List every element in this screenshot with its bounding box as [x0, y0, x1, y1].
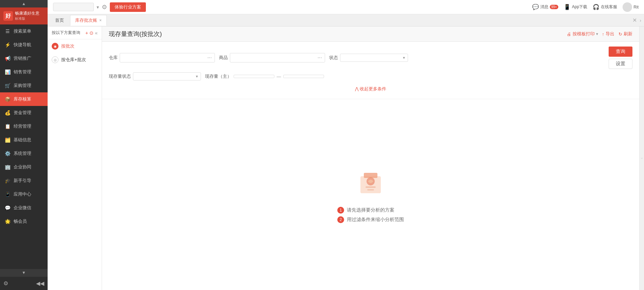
box-icon: 📦 [4, 96, 11, 103]
sidebar-item-enterprise[interactable]: 🏢 企业协同 [0, 160, 48, 174]
topbar-settings-icon[interactable]: ⚙ [102, 3, 107, 11]
topbar-right: 💬 消息 99+ 📱 App下载 🎧 在线客服 Rit [532, 2, 639, 12]
right-panel-toggle[interactable]: › [639, 26, 644, 290]
star-icon: 🌟 [4, 218, 11, 225]
scheme-panel-title: 按以下方案查询 [52, 30, 80, 36]
refresh-icon: ↻ [618, 32, 622, 37]
avatar [623, 2, 632, 12]
sidebar-item-quicknav[interactable]: ⚡ 快捷导航 [0, 38, 48, 52]
finance-label: 资金管理 [14, 110, 31, 116]
main-area: ▾ ⚙ 体验行业方案 💬 消息 99+ 📱 App下载 🎧 在线客服 Rit [48, 0, 644, 290]
user-profile-button[interactable]: Rit [623, 2, 639, 12]
filter-area: 仓库 ··· 商品 ··· 状态 [102, 42, 639, 99]
guide-icon: 🎓 [4, 177, 11, 184]
warehouse-dots-icon[interactable]: ··· [207, 55, 212, 61]
headset-icon: 🎧 [593, 4, 599, 10]
step-num-1: 1 [337, 207, 344, 214]
topbar-input[interactable] [53, 3, 94, 11]
warehouse-label: 仓库 [109, 55, 118, 61]
message-label: 消息 [540, 4, 548, 10]
tab-bar-expand-icon[interactable]: › [640, 18, 641, 23]
settings-footer-icon[interactable]: ⚙ [3, 280, 8, 287]
filter-row-1: 仓库 ··· 商品 ··· 状态 [109, 47, 632, 69]
settings-scheme-icon[interactable]: ⊙ [89, 30, 94, 36]
collapse-sidebar-icon[interactable]: ◀◀ [36, 280, 44, 287]
status-input[interactable]: ▾ [340, 54, 408, 62]
sidebar-item-newguide[interactable]: 🎓 新手引导 [0, 174, 48, 187]
weixin-label: 企业微信 [14, 205, 31, 211]
product-input[interactable]: ··· [230, 53, 325, 62]
stock-main-max-input[interactable] [283, 75, 324, 78]
refresh-button[interactable]: ↻ 刷新 [618, 31, 632, 37]
sidebar-item-sales[interactable]: 📊 销售管理 [0, 65, 48, 79]
stock-status-input[interactable]: ▾ [133, 72, 201, 80]
status-filter-field: 状态 ▾ [329, 54, 408, 62]
scheme-item-batch[interactable]: ◉ 按批次 [48, 39, 102, 53]
sidebar-item-purchase[interactable]: 🛒 采购管理 [0, 79, 48, 92]
message-button[interactable]: 💬 消息 99+ [532, 4, 558, 10]
sidebar-item-system[interactable]: ⚙️ 系统管理 [0, 147, 48, 160]
app-download-button[interactable]: 📱 App下载 [564, 4, 587, 10]
collapse-scheme-icon[interactable]: « [95, 30, 98, 36]
sidebar-item-finance[interactable]: 💰 资金管理 [0, 106, 48, 120]
content-area: 现存量查询(按批次) 🖨 按模板打印 ▾ ↑ 导出 ↻ 刷新 [102, 26, 639, 290]
enterprise-label: 企业协同 [14, 164, 31, 170]
sidebar-item-operations[interactable]: 📋 经营管理 [0, 120, 48, 133]
collapse-conditions-button[interactable]: ⋀ 收起更多条件 [109, 84, 632, 94]
scheme-item-warehouse-batch[interactable]: ◎ 按仓库+批次 [48, 53, 102, 67]
system-label: 系统管理 [14, 150, 31, 157]
brand-name: 畅康通好生意 [15, 11, 39, 16]
stock-main-min-input[interactable] [234, 75, 274, 78]
user-name: Rit [633, 5, 639, 10]
settings-button[interactable]: 设置 [609, 59, 632, 69]
topbar-dropdown-arrow[interactable]: ▾ [97, 4, 99, 10]
warehouse-input[interactable]: ··· [120, 53, 215, 62]
sidebar-item-inventory[interactable]: 📦 库存核算 [0, 92, 48, 106]
message-icon: 💬 [532, 4, 539, 10]
sidebar-item-search[interactable]: ☰ 搜索菜单 [0, 24, 48, 38]
tab-inventory-batch[interactable]: 库存批次账 × [70, 15, 107, 26]
template-print-label: 按模板打印 [573, 31, 595, 37]
building-icon: 🏢 [4, 164, 11, 170]
sidebar-item-marketing[interactable]: 📢 营销推广 [0, 52, 48, 65]
topbar: ▾ ⚙ 体验行业方案 💬 消息 99+ 📱 App下载 🎧 在线客服 Rit [48, 0, 644, 14]
svg-rect-3 [366, 186, 376, 188]
stock-status-chevron-icon[interactable]: ▾ [196, 74, 198, 79]
tab-bar-close-icon[interactable]: ✕ [632, 17, 637, 23]
add-scheme-icon[interactable]: + [85, 30, 88, 36]
print-dropdown-icon[interactable]: ▾ [596, 32, 598, 36]
phone-icon: 📱 [564, 4, 571, 10]
step-num-2: 2 [337, 216, 344, 223]
action-buttons: 查询 设置 [609, 47, 632, 69]
tab-home[interactable]: 首页 [50, 15, 69, 25]
sidebar-item-weixin[interactable]: 💬 企业微信 [0, 201, 48, 215]
scheme-panel-icons: + ⊙ « [85, 30, 98, 36]
print-icon: 🖨 [567, 32, 571, 37]
sidebar-footer: ⚙ ◀◀ [0, 276, 48, 290]
tab-close-icon[interactable]: × [99, 18, 102, 23]
search-icon: ☰ [4, 28, 11, 35]
empty-illustration [354, 166, 388, 200]
export-button[interactable]: ↑ 导出 [602, 31, 615, 37]
page-header: 现存量查询(按批次) 🖨 按模板打印 ▾ ↑ 导出 ↻ 刷新 [102, 26, 639, 42]
topbar-input-text [56, 4, 60, 10]
active-tab-label: 库存批次账 [75, 17, 97, 23]
sidebar-item-appcenter[interactable]: 📱 应用中心 [0, 187, 48, 201]
online-service-button[interactable]: 🎧 在线客服 [593, 4, 617, 10]
scroll-up-arrow[interactable]: ▲ [0, 0, 48, 7]
query-button[interactable]: 查询 [609, 47, 632, 57]
sidebar-item-basic[interactable]: 🗂️ 基础信息 [0, 133, 48, 147]
newguide-label: 新手引导 [14, 178, 31, 184]
status-chevron-icon[interactable]: ▾ [403, 55, 405, 60]
cart-icon: 🛒 [4, 82, 11, 89]
template-print-button[interactable]: 🖨 按模板打印 ▾ [567, 31, 598, 37]
chart-icon: 📊 [4, 69, 11, 75]
step-text-1: 请先选择要分析的方案 [347, 207, 394, 213]
refresh-label: 刷新 [624, 31, 632, 37]
sidebar-item-member[interactable]: 🌟 畅会员 [0, 215, 48, 228]
filter-row-2: 现存量状态 ▾ 现存量（主） — [109, 72, 632, 80]
industry-solution-button[interactable]: 体验行业方案 [110, 2, 146, 12]
scroll-down-arrow[interactable]: ▼ [0, 269, 48, 276]
product-dots-icon[interactable]: ··· [318, 55, 322, 61]
chat-icon: 💬 [4, 204, 11, 211]
